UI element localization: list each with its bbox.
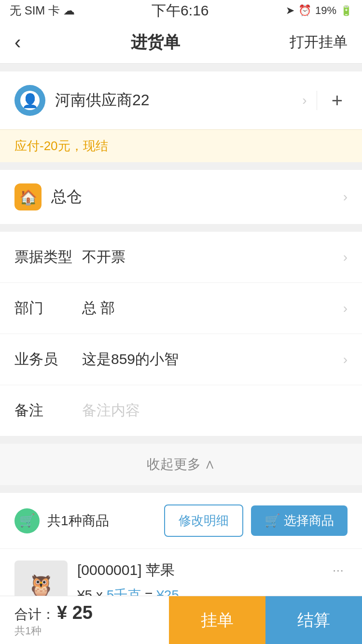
hang-order-button[interactable]: 挂单 [169, 596, 265, 644]
invoice-type-value: 不开票 [82, 247, 343, 267]
main-content: 👤 河南供应商22 › + 应付-20元，现结 🏠 总仓 › 票据类型 不开票 … [0, 64, 362, 644]
edit-detail-button[interactable]: 修改明细 [164, 504, 243, 537]
supplier-section: 👤 河南供应商22 › + 应付-20元，现结 [0, 71, 362, 162]
chevron-right-icon: › [302, 93, 306, 108]
supplier-avatar: 👤 [14, 85, 45, 116]
remark-label: 备注 [14, 401, 72, 420]
supplier-row[interactable]: 👤 河南供应商22 › + [0, 71, 362, 129]
department-label: 部门 [14, 298, 72, 318]
checkout-button[interactable]: 结算 [265, 596, 362, 644]
invoice-type-row[interactable]: 票据类型 不开票 › [0, 232, 362, 282]
footer: 合计： ¥ 25 共1种 挂单 结算 [0, 596, 362, 644]
add-button[interactable]: + [327, 90, 348, 112]
alarm-icon: ⏰ [298, 4, 311, 17]
products-count: 共1种商品 [47, 512, 164, 530]
select-product-label: 选择商品 [284, 512, 334, 529]
collapse-label: 收起更多 ∧ [147, 455, 216, 474]
nav-bar: ‹ 进货单 打开挂单 [0, 21, 362, 64]
form-section: 票据类型 不开票 › 部门 总 部 › 业务员 这是859的小智 › 备注 备注… [0, 232, 362, 436]
supplier-actions: › + [302, 90, 348, 112]
open-pending-button[interactable]: 打开挂单 [290, 32, 348, 52]
warehouse-section[interactable]: 🏠 总仓 › [0, 170, 362, 224]
status-time: 下午6:16 [152, 1, 209, 21]
cart-icon: 🛒 [14, 508, 40, 533]
battery-level: 19% [315, 4, 336, 17]
salesperson-value: 这是859的小智 [82, 350, 343, 369]
remark-row[interactable]: 备注 备注内容 [0, 385, 362, 436]
supplier-name: 河南供应商22 [55, 90, 302, 111]
cart-add-icon: 🛒 [265, 513, 280, 528]
total-count: 共1种 [14, 624, 154, 638]
product-more-button[interactable]: ··· [329, 560, 348, 580]
footer-total: 合计： ¥ 25 共1种 [0, 596, 169, 644]
products-header: 🛒 共1种商品 修改明细 🛒 选择商品 [0, 493, 362, 548]
total-label: 合计： [14, 605, 55, 624]
warehouse-icon: 🏠 [14, 183, 42, 210]
salesperson-row[interactable]: 业务员 这是859的小智 › [0, 334, 362, 385]
remark-input[interactable]: 备注内容 [82, 401, 348, 420]
salesperson-label: 业务员 [14, 350, 72, 369]
collapse-more-button[interactable]: 收起更多 ∧ [0, 444, 362, 485]
total-amount: ¥ 25 [57, 602, 93, 623]
chevron-right-icon: › [343, 352, 348, 367]
back-button[interactable]: ‹ [14, 31, 21, 53]
status-left: 无 SIM 卡 ☁ [10, 3, 75, 18]
divider [317, 91, 317, 110]
location-icon: ➤ [286, 4, 294, 17]
product-name: [0000001] 苹果 [77, 560, 319, 580]
status-right: ➤ ⏰ 19% 🔋 [286, 4, 352, 17]
sim-status: 无 SIM 卡 ☁ [10, 3, 75, 18]
warehouse-row[interactable]: 🏠 总仓 › [0, 170, 362, 224]
notice-bar: 应付-20元，现结 [0, 129, 362, 162]
person-icon: 👤 [20, 91, 40, 110]
warehouse-name: 总仓 [51, 186, 343, 208]
chevron-right-icon: › [343, 250, 348, 265]
product-code: [0000001] [77, 562, 141, 578]
chevron-right-icon: › [343, 189, 348, 205]
battery-icon: 🔋 [340, 5, 352, 16]
status-bar: 无 SIM 卡 ☁ 下午6:16 ➤ ⏰ 19% 🔋 [0, 0, 362, 21]
department-row[interactable]: 部门 总 部 › [0, 282, 362, 334]
invoice-type-label: 票据类型 [14, 247, 72, 267]
product-title: 苹果 [146, 562, 175, 578]
select-product-button[interactable]: 🛒 选择商品 [251, 505, 348, 536]
chevron-right-icon: › [343, 301, 348, 316]
department-value: 总 部 [82, 298, 343, 318]
page-title: 进货单 [131, 31, 180, 54]
